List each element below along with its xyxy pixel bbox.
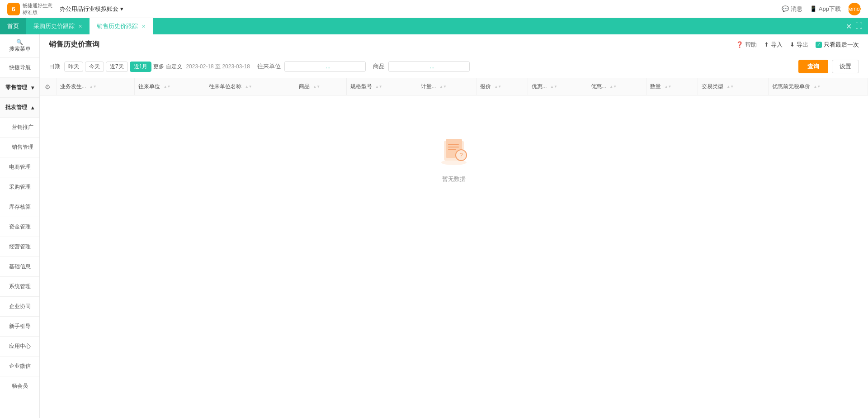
checkbox-icon: ✓	[816, 42, 822, 48]
sidebar-item-basic-info[interactable]: 基础信息	[0, 257, 39, 277]
tab-sales-close-icon[interactable]: ✕	[142, 24, 146, 29]
sidebar-item-marketing[interactable]: 营销推广	[0, 118, 39, 138]
col-spec: 规格型号 ▲▼	[346, 78, 417, 95]
col-product: 商品 ▲▼	[295, 78, 347, 95]
date-yesterday-btn[interactable]: 昨天	[64, 62, 83, 72]
sort-icon[interactable]: ▲▼	[375, 85, 382, 89]
chevron-down-icon: ▾	[31, 85, 34, 91]
date-range-text: 2023-02-18 至 2023-03-18	[186, 63, 250, 71]
col-price: 报价 ▲▼	[476, 78, 528, 95]
page-title-row: 销售历史价查询 ❓ 帮助 ⬆ 导入 ⬇ 导出 ✓	[49, 40, 859, 49]
sidebar-item-purchase[interactable]: 采购管理	[0, 177, 39, 197]
col-discount2: 优惠... ▲▼	[587, 78, 646, 95]
date-range: 昨天 今天 近7天 近1月 更多 自定义	[64, 62, 182, 72]
sort-icon[interactable]: ▲▼	[164, 85, 171, 89]
sort-icon[interactable]: ▲▼	[609, 85, 617, 89]
only-last-checkbox[interactable]: ✓ 只看最后一次	[816, 41, 859, 49]
col-date: 业务发生... ▲▼	[56, 78, 135, 95]
download-icon: 📱	[810, 5, 817, 12]
svg-text:?: ?	[459, 152, 463, 159]
logo-area: 6 畅捷通好生意 标准版	[7, 2, 52, 15]
user-btn[interactable]: demo2	[848, 3, 861, 15]
sort-icon[interactable]: ▲▼	[494, 85, 501, 89]
page-title: 销售历史价查询	[49, 40, 99, 49]
date-7days-btn[interactable]: 近7天	[106, 62, 128, 72]
sort-icon[interactable]: ▲▼	[726, 85, 734, 89]
sort-icon[interactable]: ▲▼	[313, 85, 320, 89]
tab-purchase-close-icon[interactable]: ✕	[78, 24, 82, 29]
tab-bar: 首页 采购历史价跟踪 ✕ 销售历史价跟踪 ✕ ✕ ⛶	[0, 18, 868, 34]
header-left: 6 畅捷通好生意 标准版 办公用品行业模拟账套 ▾	[7, 2, 127, 15]
empty-state: ? 暂无数据	[40, 95, 868, 219]
page-actions: ❓ 帮助 ⬆ 导入 ⬇ 导出 ✓ 只看最后一次	[736, 41, 859, 49]
workspace-selector[interactable]: 办公用品行业模拟账套 ▾	[56, 3, 127, 15]
close-tab-icon[interactable]: ✕	[846, 22, 852, 31]
app-download-btn[interactable]: 📱 App下载	[810, 5, 841, 13]
message-btn[interactable]: 💬 消息	[782, 5, 802, 13]
page-header: 销售历史价查询 ❓ 帮助 ⬆ 导入 ⬇ 导出 ✓	[40, 34, 868, 55]
tab-sales-history[interactable]: 销售历史价跟踪 ✕	[90, 18, 153, 34]
product-dots-icon: ...	[430, 63, 466, 70]
sidebar-item-wholesale[interactable]: 批发管理 ▴	[0, 98, 39, 118]
col-type: 交易类型 ▲▼	[698, 78, 768, 95]
sidebar-item-inventory[interactable]: 库存核算	[0, 197, 39, 217]
sidebar-item-operation[interactable]: 经营管理	[0, 237, 39, 257]
import-btn[interactable]: ⬆ 导入	[764, 41, 783, 49]
date-label: 日期	[49, 62, 61, 71]
top-header: 6 畅捷通好生意 标准版 办公用品行业模拟账套 ▾ 💬 消息 📱 App下载 d…	[0, 0, 868, 18]
sort-icon[interactable]: ▲▼	[665, 85, 672, 89]
col-partner: 往来单位 ▲▼	[135, 78, 205, 95]
partner-dots-icon: ...	[326, 63, 362, 70]
sidebar-item-wechat[interactable]: 企业微信	[0, 356, 39, 376]
import-icon: ⬆	[764, 41, 769, 48]
sidebar-item-collab[interactable]: 企业协同	[0, 297, 39, 317]
sort-icon[interactable]: ▲▼	[90, 85, 97, 89]
partner-filter-group: 往来单位 ...	[257, 61, 366, 72]
date-more-btn[interactable]: 更多	[153, 63, 164, 71]
sort-icon[interactable]: ▲▼	[813, 85, 821, 89]
sidebar-item-retail[interactable]: 零售管理 ▾	[0, 78, 39, 98]
tab-purchase-history[interactable]: 采购历史价跟踪 ✕	[26, 18, 90, 34]
sidebar-item-sales[interactable]: 销售管理	[0, 138, 39, 157]
date-1month-btn[interactable]: 近1月	[130, 62, 152, 72]
sidebar-item-app-center[interactable]: 应用中心	[0, 337, 39, 356]
expand-icon[interactable]: ⛶	[855, 22, 863, 30]
export-btn[interactable]: ⬇ 导出	[790, 41, 808, 49]
sidebar-item-funds[interactable]: 资金管理	[0, 217, 39, 237]
col-pretax-price: 优惠前无税单价 ▲▼	[769, 78, 868, 95]
tab-home[interactable]: 首页	[0, 18, 26, 34]
sidebar: 🔍 搜索菜单 快捷导航 零售管理 ▾ 批发管理 ▴ 营销推广 销售管理 电商管理…	[0, 34, 40, 418]
date-custom-btn[interactable]: 自定义	[166, 63, 182, 71]
query-button[interactable]: 查询	[798, 60, 828, 73]
empty-text: 暂无数据	[442, 175, 466, 183]
table-container: ⚙ 业务发生... ▲▼ 往来单位 ▲▼ 往来单位名称 ▲▼	[40, 78, 868, 418]
content-area: 销售历史价查询 ❓ 帮助 ⬆ 导入 ⬇ 导出 ✓	[40, 34, 868, 418]
main-layout: 🔍 搜索菜单 快捷导航 零售管理 ▾ 批发管理 ▴ 营销推广 销售管理 电商管理…	[0, 34, 868, 418]
col-settings: ⚙	[40, 78, 56, 95]
sidebar-item-quick-nav[interactable]: 快捷导航	[0, 58, 39, 78]
gear-icon[interactable]: ⚙	[45, 83, 51, 90]
chevron-up-icon: ▴	[31, 104, 34, 111]
export-icon: ⬇	[790, 41, 795, 48]
help-btn[interactable]: ❓ 帮助	[736, 41, 757, 49]
sidebar-item-ecommerce[interactable]: 电商管理	[0, 157, 39, 177]
product-input[interactable]: ...	[388, 61, 470, 72]
sort-icon[interactable]: ▲▼	[245, 85, 252, 89]
col-discount1: 优惠... ▲▼	[528, 78, 587, 95]
avatar: demo2	[848, 3, 861, 15]
sidebar-item-member[interactable]: 畅会员	[0, 376, 39, 396]
partner-input[interactable]: ...	[284, 61, 366, 72]
sidebar-item-system[interactable]: 系统管理	[0, 277, 39, 297]
sidebar-item-search-menu[interactable]: 🔍 搜索菜单	[0, 34, 39, 58]
sidebar-item-guide[interactable]: 新手引导	[0, 317, 39, 337]
search-menu-icon: 🔍	[16, 39, 23, 45]
product-label: 商品	[373, 62, 385, 71]
message-icon: 💬	[782, 5, 789, 12]
filter-row: 日期 昨天 今天 近7天 近1月 更多 自定义 2023-02-18 至 202…	[40, 55, 868, 78]
sort-icon[interactable]: ▲▼	[550, 85, 557, 89]
settings-button[interactable]: 设置	[832, 60, 859, 73]
date-today-btn[interactable]: 今天	[85, 62, 104, 72]
logo-icon: 6	[7, 3, 20, 15]
sort-icon[interactable]: ▲▼	[439, 85, 447, 89]
no-data-icon: ?	[436, 132, 472, 168]
